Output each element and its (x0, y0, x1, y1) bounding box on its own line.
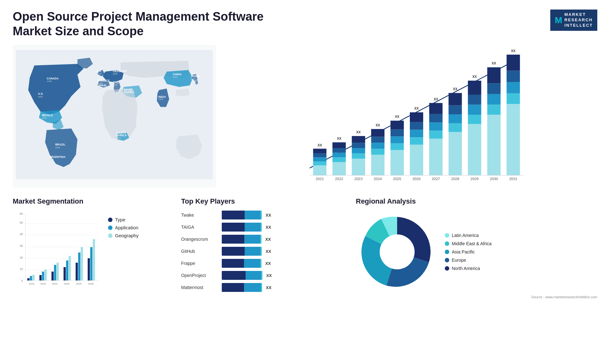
application-dot (108, 226, 112, 230)
svg-text:10: 10 (20, 267, 23, 271)
player-bar-seg1 (222, 223, 245, 232)
svg-text:XX: XX (376, 123, 380, 127)
svg-rect-143 (76, 263, 78, 280)
svg-text:xx%: xx% (42, 117, 47, 119)
type-label: Type (115, 217, 125, 222)
svg-text:XX: XX (317, 143, 322, 147)
player-bar-seg1 (222, 247, 245, 256)
svg-rect-72 (429, 131, 443, 139)
players-container: Twake XX TAIGA XX Orangescrum (181, 211, 346, 292)
svg-text:2021: 2021 (29, 282, 35, 285)
player-value: XX (266, 213, 271, 218)
svg-rect-65 (410, 145, 423, 176)
svg-rect-98 (507, 71, 520, 82)
svg-rect-132 (42, 272, 44, 280)
player-bar-wrap: XX (222, 211, 346, 219)
svg-text:XX: XX (337, 137, 341, 140)
svg-rect-48 (352, 153, 365, 159)
bottom-grid: Market Segmentation 0 10 20 30 40 50 60 (13, 194, 597, 299)
svg-rect-149 (93, 239, 95, 280)
segmentation-chart: 0 10 20 30 40 50 60 (13, 211, 102, 293)
svg-rect-131 (39, 275, 42, 280)
regional-title: Regional Analysis (356, 197, 597, 206)
svg-text:xx%: xx% (159, 98, 163, 101)
svg-text:40: 40 (20, 233, 23, 236)
svg-rect-127 (27, 278, 30, 280)
page-title: Open Source Project Management Software … (13, 10, 267, 38)
svg-text:2023: 2023 (52, 282, 58, 285)
svg-rect-57 (371, 129, 384, 137)
svg-rect-73 (429, 122, 443, 131)
player-bar-wrap: XX (222, 259, 346, 268)
svg-text:xx%: xx% (173, 76, 178, 78)
player-bar-seg1 (222, 211, 245, 219)
map-section: CANADA xx% U.S. xx% MEXICO xx% BRAZIL xx… (13, 45, 216, 188)
type-dot (108, 218, 112, 222)
svg-rect-63 (390, 121, 404, 129)
svg-rect-133 (44, 269, 47, 280)
svg-rect-139 (64, 267, 66, 280)
player-bar-seg3 (261, 211, 262, 219)
svg-text:xx%: xx% (47, 80, 52, 83)
player-bar-seg2 (244, 283, 261, 292)
svg-rect-68 (410, 122, 423, 130)
player-bar-seg3 (261, 283, 262, 292)
player-name: Frappe (181, 261, 219, 266)
mea-dot (445, 241, 449, 246)
svg-rect-53 (371, 155, 384, 175)
logo-area: M MARKET RESEARCH INTELLECT (550, 10, 597, 31)
svg-rect-61 (390, 136, 404, 143)
svg-rect-135 (51, 272, 54, 280)
svg-text:60: 60 (20, 212, 23, 215)
svg-text:2026: 2026 (88, 282, 94, 285)
svg-text:xx%: xx% (49, 158, 54, 161)
svg-text:xx%: xx% (97, 72, 101, 75)
application-label: Application (115, 225, 138, 230)
svg-rect-87 (468, 81, 481, 95)
svg-text:50: 50 (20, 221, 23, 224)
player-value: XX (265, 237, 271, 242)
regional-section: Regional Analysis (356, 197, 597, 299)
player-bar-seg3 (261, 247, 262, 256)
key-players-section: Top Key Players Twake XX TAIGA XX (181, 197, 346, 299)
svg-rect-75 (429, 103, 443, 114)
player-bar-seg2 (245, 223, 261, 232)
player-row: OpenProject XX (181, 271, 346, 280)
svg-text:XX: XX (434, 97, 438, 101)
player-bar-seg3 (260, 235, 261, 244)
player-row: Twake XX (181, 211, 346, 219)
svg-rect-84 (468, 115, 481, 124)
svg-rect-91 (487, 94, 501, 105)
player-value: XX (266, 273, 272, 278)
svg-rect-55 (371, 143, 384, 149)
player-value: XX (266, 225, 271, 230)
legend-geography: Geography (108, 233, 139, 238)
svg-text:2026: 2026 (412, 177, 421, 181)
svg-rect-39 (313, 149, 327, 153)
segmentation-legend: Type Application Geography (108, 217, 139, 238)
logo-line3: INTELLECT (565, 23, 593, 28)
svg-rect-137 (57, 263, 59, 280)
regional-legend: Latin America Middle East & Africa Asia … (445, 233, 491, 271)
svg-text:U.S.: U.S. (38, 92, 44, 95)
svg-rect-141 (69, 256, 71, 280)
svg-rect-74 (429, 114, 443, 122)
regional-europe: Europe (445, 258, 491, 263)
svg-text:20: 20 (20, 256, 23, 259)
player-bar-wrap: XX (222, 223, 346, 232)
svg-text:2025: 2025 (76, 282, 82, 285)
geography-label: Geography (115, 233, 139, 238)
svg-rect-90 (487, 105, 501, 115)
svg-rect-66 (410, 138, 423, 145)
geography-dot (108, 233, 112, 238)
svg-text:2031: 2031 (509, 177, 518, 181)
svg-text:2029: 2029 (471, 177, 479, 181)
svg-rect-128 (30, 276, 32, 280)
svg-rect-85 (468, 105, 481, 115)
logo-box: M MARKET RESEARCH INTELLECT (550, 10, 597, 31)
svg-text:xx%: xx% (124, 93, 128, 96)
svg-text:30: 30 (20, 244, 23, 247)
svg-text:xx%: xx% (113, 72, 118, 75)
svg-text:xx%: xx% (55, 146, 60, 149)
svg-rect-147 (88, 258, 90, 280)
